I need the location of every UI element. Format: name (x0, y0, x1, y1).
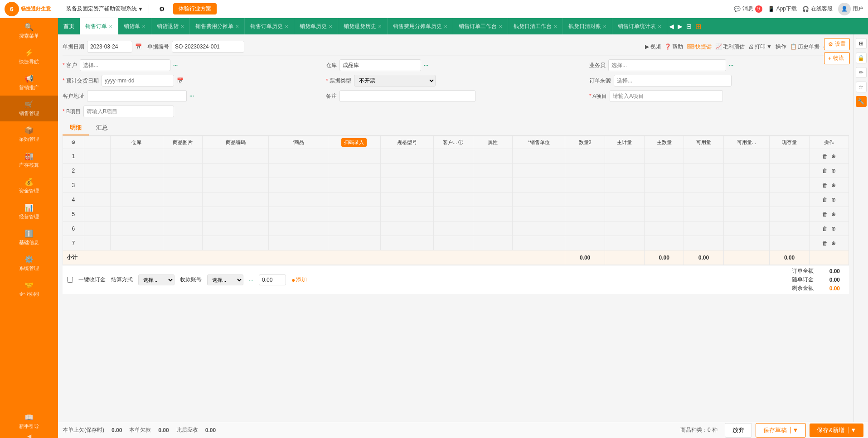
close-return-history-tab[interactable]: ✕ (378, 24, 382, 29)
row1-copy-btn[interactable]: ⊕ (831, 153, 836, 159)
customer-input[interactable] (80, 59, 170, 71)
sidebar-item-marketing[interactable]: 📢 营销推广 (0, 70, 58, 96)
close-goods-history-tab[interactable]: ✕ (329, 24, 332, 29)
row4-delete-btn[interactable]: 🗑 (822, 197, 828, 203)
sidebar-item-purchase[interactable]: 📦 采购管理 (0, 121, 58, 147)
help-btn[interactable]: ❓ 帮助 (664, 43, 683, 51)
sidebar-item-nav[interactable]: ⚡ 快捷导航 (0, 44, 58, 70)
tab-order-workbench[interactable]: 销售订单工作台 ✕ (453, 18, 508, 34)
sidebar-collapse-btn[interactable]: ◀ (27, 433, 31, 438)
sidebar-item-collab[interactable]: 🤝 企业协同 (0, 276, 58, 302)
view-video-btn[interactable]: ▶ 视频 (645, 43, 661, 51)
row1-spec[interactable] (381, 149, 433, 164)
tab-cash-reconcile[interactable]: 钱货日清对账 ✕ (563, 18, 612, 34)
history-btn[interactable]: 📋 历史单据 (790, 43, 820, 51)
user-area[interactable]: 👤 用户 (838, 3, 863, 15)
calendar-icon[interactable]: 📅 (135, 43, 142, 50)
operations-btn[interactable]: 操作 (776, 43, 786, 51)
close-order-workbench-tab[interactable]: ✕ (499, 24, 502, 29)
row4-copy-btn[interactable]: ⊕ (831, 197, 836, 203)
close-sales-order-tab[interactable]: ✕ (109, 24, 112, 29)
row1-warehouse[interactable] (110, 149, 163, 164)
tab-goods-history[interactable]: 销货单历史 ✕ (294, 18, 338, 34)
message-btn[interactable]: 💬 消息 9 (734, 5, 762, 13)
th-settings[interactable]: ⚙ (63, 136, 84, 149)
row1-attr[interactable] (473, 149, 512, 164)
right-btn-grid[interactable]: ⊞ (856, 38, 867, 49)
warehouse-input[interactable] (339, 59, 421, 71)
row1-sku[interactable] (203, 149, 268, 164)
add-payment-btn[interactable]: ● 添加 (291, 276, 307, 284)
tab-next-btn[interactable]: ▶ (676, 23, 684, 30)
right-btn-edit[interactable]: ✏ (856, 67, 867, 78)
row1-customer[interactable] (433, 149, 473, 164)
save-draft-dropdown-icon[interactable]: ▼ (790, 427, 799, 433)
settings-button[interactable]: ⚙ 设置 (824, 38, 850, 50)
industry-solution-button[interactable]: 体验行业方案 (173, 3, 217, 14)
detail-tab-summary[interactable]: 汇总 (89, 121, 115, 135)
row2-copy-btn[interactable]: ⊕ (831, 168, 836, 174)
customer-more-btn[interactable]: ··· (173, 62, 178, 68)
tab-cash-workbench[interactable]: 钱货日清工作台 ✕ (508, 18, 563, 34)
profit-btn[interactable]: 📈 毛利预估 (715, 43, 745, 51)
delivery-date-input[interactable] (102, 75, 174, 87)
invoice-type-select[interactable]: 不开票 增值税专票 增值税普票 (354, 75, 436, 87)
close-stats-tab[interactable]: ✕ (658, 24, 661, 29)
row1-main-qty[interactable] (645, 149, 684, 164)
remark-input[interactable] (339, 90, 475, 102)
print-btn[interactable]: 🖨 打印 ▼ (748, 43, 772, 51)
shortcut-btn[interactable]: ⌨ 快捷键 (687, 43, 712, 51)
gear-icon[interactable]: ⚙ (155, 0, 170, 18)
tab-return-history[interactable]: 销货退货历史 ✕ (338, 18, 388, 34)
account-no-select[interactable]: 选择... (207, 274, 243, 285)
tab-sales-order[interactable]: 销售订单 ✕ (80, 18, 118, 34)
close-order-history-tab[interactable]: ✕ (285, 24, 288, 29)
tab-more-btn[interactable]: ⊟ (684, 23, 693, 30)
row1-delete-btn[interactable]: 🗑 (822, 153, 828, 159)
delivery-calendar-icon[interactable]: 📅 (177, 77, 184, 84)
online-service-btn[interactable]: 🎧 在线客服 (802, 5, 833, 13)
scan-input-button[interactable]: 扫码录入 (341, 138, 367, 147)
address-more-btn[interactable]: ··· (189, 93, 194, 99)
row1-qty2[interactable] (565, 149, 605, 164)
row5-delete-btn[interactable]: 🗑 (822, 211, 828, 217)
sidebar-item-inventory[interactable]: 🏭 库存核算 (0, 147, 58, 173)
close-cash-reconcile-tab[interactable]: ✕ (603, 24, 606, 29)
sidebar-item-guide[interactable]: 📖 新手引导 (0, 409, 58, 434)
row3-delete-btn[interactable]: 🗑 (822, 182, 828, 188)
payment-amount-input[interactable] (259, 274, 286, 285)
discard-button[interactable]: 放弃 (725, 423, 752, 438)
row7-delete-btn[interactable]: 🗑 (822, 240, 828, 246)
close-fee-split-tab[interactable]: ✕ (235, 24, 239, 29)
sidebar-item-finance[interactable]: 💰 资金管理 (0, 173, 58, 199)
close-return-tab[interactable]: ✕ (180, 24, 184, 29)
sidebar-item-basic[interactable]: ℹ️ 基础信息 (0, 225, 58, 250)
warehouse-more-btn[interactable]: ··· (424, 62, 428, 68)
row2-delete-btn[interactable]: 🗑 (822, 168, 828, 174)
tab-expand-btn[interactable]: ⊞ (693, 22, 703, 31)
sidebar-item-search[interactable]: 🔍 搜索菜单 (0, 18, 58, 44)
detail-tab-items[interactable]: 明细 (63, 121, 89, 135)
b-project-input[interactable] (83, 106, 174, 117)
row1-unit[interactable] (513, 149, 565, 164)
tab-fee-split[interactable]: 销售费用分摊单 ✕ (190, 18, 245, 34)
material-button[interactable]: + 物流 (824, 52, 850, 64)
right-btn-star[interactable]: ☆ (856, 82, 867, 92)
tab-order-history[interactable]: 销售订单历史 ✕ (245, 18, 294, 34)
a-project-input[interactable] (610, 90, 723, 102)
tab-home[interactable]: 首页 (58, 18, 80, 34)
save-new-button[interactable]: 保存&新增 ▼ (810, 424, 863, 437)
order-source-input[interactable] (614, 75, 732, 87)
close-cash-workbench-tab[interactable]: ✕ (553, 24, 557, 29)
auto-checkout-checkbox[interactable] (67, 277, 73, 283)
tab-stats[interactable]: 销售订单统计表 ✕ (612, 18, 667, 34)
row5-copy-btn[interactable]: ⊕ (831, 211, 836, 217)
salesperson-input[interactable] (608, 59, 726, 71)
row6-copy-btn[interactable]: ⊕ (831, 226, 836, 232)
sidebar-item-sales[interactable]: 🛒 销售管理 (0, 96, 58, 121)
save-draft-button[interactable]: 保存草稿 ▼ (756, 423, 806, 438)
checkout-method-select[interactable]: 选择... (138, 274, 175, 285)
close-fee-history-tab[interactable]: ✕ (444, 24, 447, 29)
save-new-dropdown-icon[interactable]: ▼ (848, 427, 856, 433)
sidebar-item-operations[interactable]: 📊 经营管理 (0, 199, 58, 225)
